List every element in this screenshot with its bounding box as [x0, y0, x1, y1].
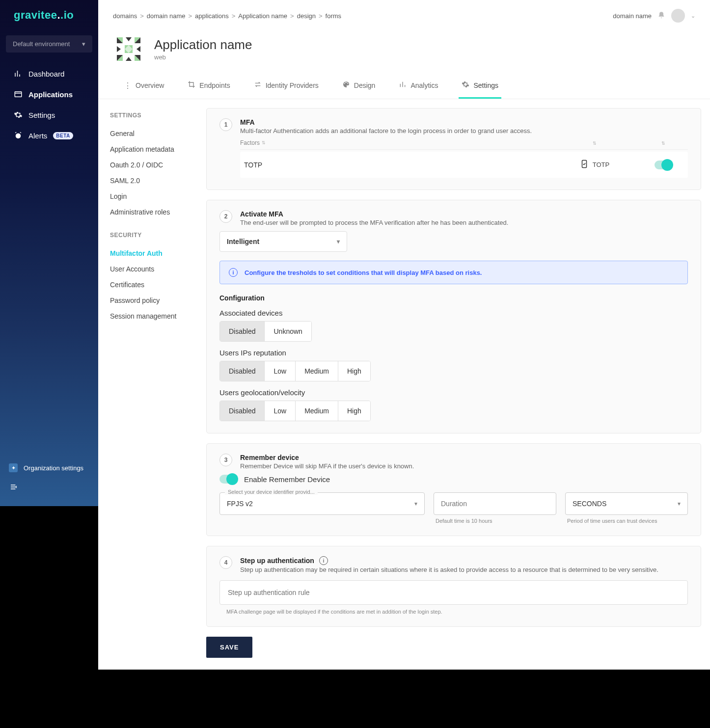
enable-remember-toggle[interactable] — [219, 475, 237, 484]
seg-btn-high[interactable]: High — [338, 361, 370, 381]
subnav-item-login[interactable]: Login — [110, 189, 194, 204]
application-icon — [113, 33, 144, 65]
more-vertical-icon: ⋮ — [124, 81, 132, 90]
info-banner: i Configure the tresholds to set conditi… — [219, 261, 688, 284]
associated-devices-segmented: Disabled Unknown — [219, 321, 312, 342]
breadcrumb-item[interactable]: Application name — [238, 12, 287, 20]
device-provider-select[interactable]: Select your device identifier provid... … — [219, 492, 425, 515]
subnav-item-mfa[interactable]: Multifactor Auth — [110, 245, 194, 261]
nav-settings[interactable]: Settings — [0, 105, 98, 125]
nav-item-label: Settings — [28, 111, 55, 119]
seg-btn-medium[interactable]: Medium — [296, 361, 338, 381]
chevron-down-icon: ▾ — [337, 238, 340, 245]
subnav-item-general[interactable]: General — [110, 126, 194, 141]
step-number: 4 — [219, 556, 232, 569]
card-description: Multi-factor Authentication adds an addi… — [240, 127, 532, 135]
factor-toggle[interactable] — [655, 161, 672, 169]
seg-btn-disabled[interactable]: Disabled — [220, 401, 265, 421]
factor-name: TOTP — [240, 161, 550, 169]
gear-icon — [14, 110, 23, 119]
seg-btn-low[interactable]: Low — [265, 361, 296, 381]
sort-icon: ⇅ — [661, 141, 665, 146]
factor-type-column-header[interactable]: ⇅ — [550, 139, 639, 146]
duration-input[interactable] — [434, 492, 556, 515]
tab-design[interactable]: Design — [339, 74, 379, 99]
step-number: 3 — [219, 454, 232, 466]
factor-type-label: TOTP — [593, 161, 609, 168]
phone-check-icon — [580, 160, 589, 170]
device-provider-float-label: Select your device identifier provid... — [225, 489, 318, 495]
nav-applications[interactable]: Applications — [0, 84, 98, 105]
bar-chart-icon — [14, 69, 23, 78]
breadcrumb-item[interactable]: domains — [113, 12, 137, 20]
seg-btn-medium[interactable]: Medium — [296, 401, 338, 421]
tab-settings[interactable]: Settings — [459, 74, 501, 99]
associated-devices-label: Associated devices — [219, 309, 688, 317]
factor-toggle-column-header[interactable]: ⇅ — [639, 139, 688, 146]
breadcrumb-item[interactable]: domain name — [147, 12, 186, 20]
nav-dashboard[interactable]: Dashboard — [0, 63, 98, 84]
seg-btn-unknown[interactable]: Unknown — [265, 322, 311, 341]
alarm-clock-icon — [14, 131, 23, 140]
tab-label: Analytics — [410, 81, 438, 89]
geolocation-segmented: Disabled Low Medium High — [219, 401, 371, 421]
card-step-up: 4 Step up authentication i Step up authe… — [206, 546, 701, 627]
card-title: Step up authentication — [240, 557, 314, 565]
breadcrumb-item[interactable]: design — [297, 12, 316, 20]
card-title: Activate MFA — [240, 210, 508, 218]
subnav-item-password-policy[interactable]: Password policy — [110, 293, 194, 308]
factor-row: TOTP TOTP — [240, 152, 688, 178]
environment-selector[interactable]: Default environment ▾ — [6, 35, 92, 53]
breadcrumb-item[interactable]: applications — [195, 12, 229, 20]
tab-analytics[interactable]: Analytics — [396, 74, 441, 99]
mfa-mode-select[interactable]: Intelligent ▾ — [219, 231, 347, 252]
subnav-item-saml[interactable]: SAML 2.0 — [110, 173, 194, 189]
seg-btn-high[interactable]: High — [338, 401, 370, 421]
duration-field[interactable] — [441, 500, 549, 508]
avatar[interactable] — [671, 9, 685, 23]
time-unit-value: SECONDS — [573, 500, 606, 508]
tab-label: Settings — [473, 81, 498, 89]
subnav-item-oauth[interactable]: Oauth 2.0 / OIDC — [110, 157, 194, 173]
seg-btn-disabled[interactable]: Disabled — [220, 361, 265, 381]
time-unit-select[interactable]: SECONDS ▾ — [565, 492, 688, 515]
chevron-down-icon: ▾ — [678, 500, 681, 507]
palette-icon — [342, 81, 350, 90]
tab-overview[interactable]: ⋮ Overview — [121, 74, 167, 99]
subnav-item-certificates[interactable]: Certificates — [110, 277, 194, 293]
sort-icon: ⇅ — [262, 140, 266, 145]
breadcrumb-item[interactable]: forms — [326, 12, 342, 20]
tab-endpoints[interactable]: Endpoints — [185, 74, 233, 99]
seg-btn-disabled[interactable]: Disabled — [220, 322, 265, 341]
step-up-rule-input[interactable] — [219, 580, 688, 605]
sidebar-collapse-button[interactable] — [0, 478, 98, 497]
step-number: 2 — [219, 210, 232, 223]
ip-reputation-segmented: Disabled Low Medium High — [219, 361, 371, 381]
logo: gravitee..io — [0, 9, 98, 31]
settings-panels: 1 MFA Multi-factor Authentication adds a… — [206, 99, 710, 670]
chevron-down-icon[interactable]: ⌄ — [691, 13, 695, 19]
seg-btn-low[interactable]: Low — [265, 401, 296, 421]
org-settings-icon: ✦ — [9, 463, 18, 472]
logo-text: gravitee..io — [14, 9, 74, 21]
subnav-item-admin-roles[interactable]: Administrative roles — [110, 204, 194, 220]
nav-item-label: Alerts — [28, 132, 47, 140]
subnav-item-app-metadata[interactable]: Application metadata — [110, 141, 194, 157]
settings-subnav: SETTINGS General Application metadata Oa… — [98, 99, 206, 670]
subnav-item-session-mgmt[interactable]: Session management — [110, 308, 194, 324]
ip-reputation-label: Users IPs reputation — [219, 349, 688, 357]
tab-label: Overview — [136, 81, 164, 89]
info-banner-text: Configure the tresholds to set condition… — [245, 269, 482, 276]
mfa-mode-value: Intelligent — [227, 238, 259, 245]
tab-identity-providers[interactable]: Identity Providers — [251, 74, 322, 99]
save-button[interactable]: SAVE — [206, 637, 252, 658]
nav-alerts[interactable]: Alerts BETA — [0, 125, 98, 146]
organization-settings[interactable]: ✦ Organization settings — [0, 458, 98, 478]
tabs: ⋮ Overview Endpoints Identity Provider — [113, 74, 695, 99]
factors-column-header[interactable]: Factors ⇅ — [240, 139, 550, 146]
card-description: Remember Device will skip MFA if the use… — [240, 462, 414, 470]
subnav-item-user-accounts[interactable]: User Accounts — [110, 261, 194, 277]
info-icon[interactable]: i — [319, 556, 328, 565]
notifications-icon[interactable] — [657, 11, 665, 21]
info-icon: i — [229, 268, 238, 277]
